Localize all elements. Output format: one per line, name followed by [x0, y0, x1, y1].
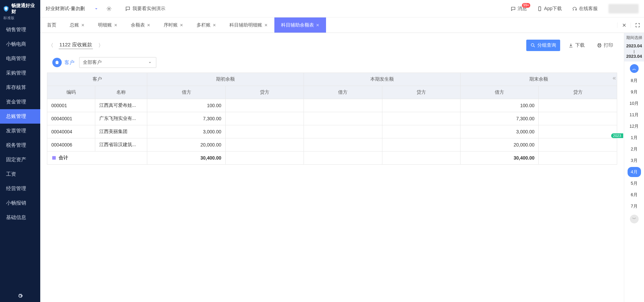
avatar[interactable] — [608, 4, 639, 13]
sidebar-item-11[interactable]: 经营管理 — [0, 181, 40, 196]
tab-close-all[interactable] — [617, 23, 631, 28]
close-icon[interactable]: ✕ — [147, 23, 150, 28]
messages-button[interactable]: 消息 99+ — [511, 6, 527, 12]
tab-2[interactable]: 明细账✕ — [91, 17, 124, 33]
prev-subject[interactable]: 〈 — [47, 42, 55, 49]
period-month[interactable]: 9月 — [628, 87, 641, 97]
support-button[interactable]: 在线客服 — [572, 6, 598, 12]
period-month[interactable]: 3月 — [628, 156, 641, 166]
fullscreen-icon — [635, 23, 640, 28]
close-icon — [622, 23, 627, 28]
cell — [225, 152, 304, 165]
tab-3[interactable]: 余额表✕ — [124, 17, 157, 33]
balance-table: 客户 期初余额 本期发生额 期末余额 编码 名称 借方 贷方 借方 贷方 — [47, 73, 617, 165]
period-month[interactable]: 12月 — [628, 121, 641, 131]
tab-label: 科目辅助余额表 — [281, 22, 314, 28]
cell: 江西美丽集团 — [95, 125, 147, 138]
workspace-settings[interactable] — [106, 6, 112, 11]
sidebar-item-4[interactable]: 库存核算 — [0, 80, 40, 95]
gear-icon — [106, 6, 112, 11]
period-month[interactable]: 8月 — [628, 76, 641, 86]
period-month[interactable]: 2月 — [628, 144, 641, 154]
sidebar-item-6[interactable]: 总账管理 — [0, 109, 40, 124]
close-icon[interactable]: ✕ — [316, 23, 319, 28]
sidebar-item-3[interactable]: 采购管理 — [0, 66, 40, 80]
period-scroll-up[interactable]: ︽ — [630, 64, 639, 73]
tab-label: 首页 — [47, 22, 56, 28]
cell: 30,400.00 — [147, 152, 225, 165]
period-month[interactable]: 6月 — [628, 190, 641, 200]
subject-code[interactable]: 1122 应收账款 — [59, 42, 93, 49]
sidebar-settings[interactable] — [0, 290, 40, 302]
svg-rect-1 — [539, 7, 541, 11]
download-icon — [568, 43, 574, 48]
close-icon[interactable]: ✕ — [264, 23, 268, 28]
period-month[interactable]: 4月 — [628, 167, 641, 177]
workspace-switch[interactable] — [94, 6, 99, 11]
subject-nav: 〈 1122 应收账款 〉 — [47, 42, 105, 49]
sidebar-item-0[interactable]: 销售管理 — [0, 23, 40, 37]
th-opening: 期初余额 — [147, 73, 304, 86]
sidebar-item-2[interactable]: 电商管理 — [0, 51, 40, 66]
close-icon[interactable]: ✕ — [114, 23, 117, 28]
cell: 7,300.00 — [147, 112, 225, 125]
download-label: 下载 — [575, 42, 585, 48]
th-credit: 贷方 — [225, 86, 304, 99]
tab-1[interactable]: 总账✕ — [63, 17, 91, 33]
work-area: 〈 1122 应收账款 〉 分组查询 下载 打印 — [40, 33, 624, 302]
chat-icon — [511, 6, 516, 11]
tab-5[interactable]: 多栏账✕ — [190, 17, 223, 33]
speech-icon — [125, 6, 130, 11]
total-label-cell: 合计 — [47, 152, 147, 165]
fullscreen-button[interactable] — [631, 23, 644, 28]
cell: 100.00 — [147, 99, 225, 112]
cell — [304, 112, 382, 125]
close-icon[interactable]: ✕ — [180, 23, 183, 28]
table-row[interactable]: 000001江西真可爱布娃...100.00100.00 — [47, 99, 617, 112]
tab-4[interactable]: 序时账✕ — [157, 17, 190, 33]
period-month[interactable]: 7月 — [628, 201, 641, 211]
table-row[interactable]: 00040006江西省琼汉建筑...20,000.0020,000.00 — [47, 138, 617, 152]
period-month[interactable]: 11月 — [628, 110, 641, 120]
tab-7[interactable]: 科目辅助余额表✕ — [274, 17, 326, 33]
sidebar-item-12[interactable]: 小畅报销 — [0, 196, 40, 210]
sidebar-item-5[interactable]: 资金管理 — [0, 95, 40, 109]
period-month[interactable]: 1月 — [628, 133, 641, 143]
period-month[interactable]: 5月 — [628, 178, 641, 188]
th-current: 本期发生额 — [304, 73, 461, 86]
period-scroll-down[interactable]: ︾ — [630, 215, 639, 223]
cell — [225, 138, 304, 152]
period-range: 2023.04 | 2023.04 — [624, 43, 644, 61]
download-button[interactable]: 下载 — [564, 40, 589, 51]
table-row[interactable]: 00040001广东飞翔实业有...7,300.007,300.00 — [47, 112, 617, 125]
cell — [539, 138, 617, 152]
tab-6[interactable]: 科目辅助明细账✕ — [223, 17, 274, 33]
cell: 00040006 — [47, 138, 95, 152]
sidebar-item-9[interactable]: 固定资产 — [0, 153, 40, 167]
close-icon[interactable]: ✕ — [81, 23, 85, 28]
filter-dimension[interactable]: 客户 — [52, 58, 74, 67]
cell: 100.00 — [461, 99, 539, 112]
app-download-button[interactable]: App下载 — [537, 6, 562, 12]
logo-icon — [3, 5, 9, 12]
customer-select[interactable]: 全部客户 — [79, 57, 156, 68]
demo-link[interactable]: 我要看实例演示 — [125, 6, 165, 12]
messages-badge: 99+ — [522, 3, 530, 8]
group-query-button[interactable]: 分组查询 — [526, 40, 560, 51]
sidebar-item-10[interactable]: 工资 — [0, 167, 40, 181]
expand-columns[interactable] — [611, 75, 616, 81]
table-row[interactable]: 00040004江西美丽集团3,000.003,000.00 — [47, 125, 617, 138]
tab-0[interactable]: 首页 — [40, 17, 63, 33]
tab-label: 余额表 — [131, 22, 145, 28]
tab-label: 多栏账 — [197, 22, 211, 28]
next-subject[interactable]: 〉 — [97, 42, 105, 49]
sidebar-item-13[interactable]: 基础信息 — [0, 210, 40, 225]
sidebar-item-8[interactable]: 税务管理 — [0, 138, 40, 153]
cell: 3,000.00 — [461, 125, 539, 138]
sidebar-item-7[interactable]: 发票管理 — [0, 124, 40, 138]
period-month[interactable]: 10月 — [628, 98, 641, 109]
cell — [382, 152, 460, 165]
print-button[interactable]: 打印 — [593, 40, 617, 51]
close-icon[interactable]: ✕ — [213, 23, 216, 28]
sidebar-item-1[interactable]: 小畅电商 — [0, 37, 40, 51]
